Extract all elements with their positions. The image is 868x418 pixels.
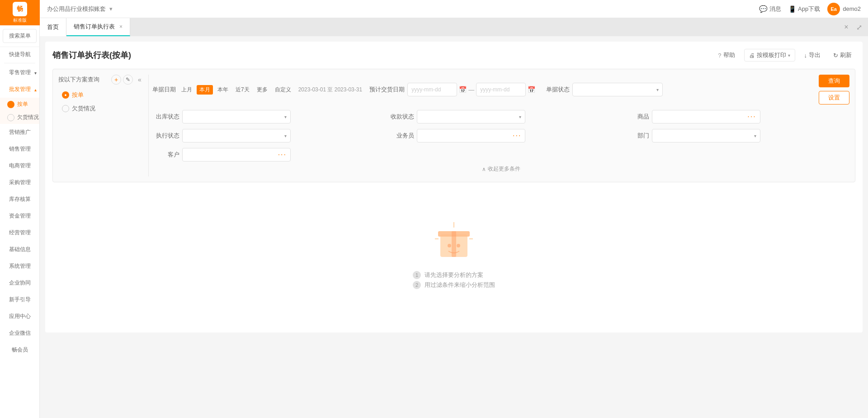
collapse-more-button[interactable]: ∧ 收起更多条件 bbox=[482, 165, 520, 173]
sidebar-item-system[interactable]: 系统管理 bbox=[0, 258, 39, 275]
exec-status-select[interactable]: ▾ bbox=[182, 129, 291, 142]
salesperson-more-icon[interactable]: ··· bbox=[513, 132, 521, 140]
collection-status-select[interactable]: ▾ bbox=[417, 110, 525, 124]
order-dot-icon bbox=[7, 101, 14, 108]
sidebar-item-inventory[interactable]: 库存核算 bbox=[0, 191, 39, 208]
print-icon: 🖨 bbox=[749, 52, 755, 59]
sidebar-item-operations[interactable]: 经营管理 bbox=[0, 224, 39, 241]
avatar: Ea bbox=[827, 3, 840, 15]
sidebar-item-wechat[interactable]: 企业微信 bbox=[0, 325, 39, 342]
filter-form: 单据日期 上月 本月 本年 近7天 更多 自定义 2023-03-01 至 20… bbox=[152, 75, 849, 162]
date-shortcuts: 上月 本月 本年 近7天 更多 自定义 bbox=[179, 85, 294, 95]
sidebar-item-member-label: 畅会员 bbox=[12, 346, 28, 354]
this-year-btn[interactable]: 本年 bbox=[215, 85, 231, 95]
export-icon: ↓ bbox=[804, 52, 807, 59]
last-month-btn[interactable]: 上月 bbox=[179, 85, 195, 95]
tab-close-icon[interactable]: × bbox=[119, 24, 123, 30]
sidebar-item-ecommerce[interactable]: 电商管理 bbox=[0, 157, 39, 174]
scheme-item-payment[interactable]: 欠货情况 bbox=[58, 102, 145, 115]
print-button[interactable]: 🖨 按模板打印 ▾ bbox=[744, 49, 795, 62]
sidebar-divider-1 bbox=[4, 63, 36, 63]
page-title-actions: ? 帮助 🖨 按模板打印 ▾ ↓ 导出 ↻ 刷新 bbox=[714, 49, 855, 62]
more-btn[interactable]: 更多 bbox=[254, 85, 270, 95]
main-content: 办公用品行业模拟账套 ▾ 💬 消息 📱 App下载 Ea demo2 首页 bbox=[40, 0, 868, 418]
sidebar-item-enterprise[interactable]: 企业协同 bbox=[0, 275, 39, 291]
filter-field-order-status: 单据状态 ▾ bbox=[542, 83, 811, 96]
filter-field-date: 单据日期 上月 本月 本年 近7天 更多 自定义 2023-03-01 至 20… bbox=[152, 85, 362, 95]
help-icon: ? bbox=[718, 52, 721, 59]
sidebar-item-marketing-label: 营销推广 bbox=[9, 128, 31, 136]
tab-bar: 首页 销售订单执行表 × × ⤢ bbox=[40, 18, 868, 36]
avatar-text: Ea bbox=[831, 6, 837, 12]
scheme-collapse-icon: « bbox=[138, 76, 142, 83]
scheme-collapse-button[interactable]: « bbox=[135, 75, 145, 85]
sidebar-item-retail[interactable]: 零售管理 ▾ bbox=[0, 64, 39, 81]
sidebar-item-quick-nav[interactable]: 快捷导航 bbox=[0, 47, 39, 62]
goods-more-icon[interactable]: ··· bbox=[747, 113, 756, 121]
scheme-item-payment-label: 欠货情况 bbox=[72, 104, 95, 113]
collapse-more-label: 收起更多条件 bbox=[488, 165, 520, 173]
scheme-edit-button[interactable]: ✎ bbox=[123, 75, 133, 85]
page-area: 销售订单执行表(按单) ? 帮助 🖨 按模板打印 ▾ ↓ 导出 bbox=[40, 36, 868, 418]
tab-minimize-button[interactable]: × bbox=[841, 22, 852, 33]
logo-text: 标准版 bbox=[13, 17, 27, 24]
sidebar-sub-payment[interactable]: 欠货情况 bbox=[0, 111, 39, 124]
sidebar-item-appstore[interactable]: 应用中心 bbox=[0, 308, 39, 325]
sidebar-item-purchase[interactable]: 采购管理 bbox=[0, 174, 39, 191]
svg-point-4 bbox=[457, 244, 460, 247]
order-status-select[interactable]: ▾ bbox=[572, 83, 663, 96]
expected-date-cal2-icon[interactable]: 📅 bbox=[528, 86, 535, 93]
hint-2-num: 2 bbox=[413, 281, 421, 289]
customer-select[interactable]: ··· bbox=[182, 148, 291, 162]
sidebar-item-newuser[interactable]: 新手引导 bbox=[0, 291, 39, 308]
scheme-dot-icon: ● bbox=[64, 93, 66, 97]
scheme-add-button[interactable]: + bbox=[111, 75, 121, 85]
collapse-row: ∧ 收起更多条件 bbox=[152, 162, 849, 176]
custom-btn[interactable]: 自定义 bbox=[272, 85, 294, 95]
scheme-header-label: 按以下方案查询 bbox=[58, 76, 99, 84]
breadcrumb-arrow-icon: ▾ bbox=[109, 5, 113, 12]
warehouse-status-label: 出库状态 bbox=[152, 113, 179, 121]
sidebar-item-finance[interactable]: 资金管理 bbox=[0, 208, 39, 224]
help-button[interactable]: ? 帮助 bbox=[714, 49, 738, 61]
sidebar-item-sales[interactable]: 销售管理 bbox=[0, 141, 39, 157]
sidebar-item-member[interactable]: 畅会员 bbox=[0, 342, 39, 358]
filter-field-dept: 部门 ▾ bbox=[622, 129, 849, 142]
dept-select[interactable]: ▾ bbox=[652, 129, 760, 142]
search-button[interactable]: 查询 bbox=[819, 75, 849, 87]
tab-sales-order[interactable]: 销售订单执行表 × bbox=[66, 18, 130, 36]
export-button[interactable]: ↓ 导出 bbox=[801, 49, 825, 61]
settings-button[interactable]: 设置 bbox=[819, 91, 849, 104]
customer-more-icon[interactable]: ··· bbox=[278, 151, 287, 159]
refresh-button[interactable]: ↻ 刷新 bbox=[830, 49, 855, 61]
empty-icon bbox=[431, 218, 476, 264]
this-month-btn[interactable]: 本月 bbox=[197, 85, 213, 95]
user-button[interactable]: Ea demo2 bbox=[827, 3, 861, 15]
sidebar-item-basic[interactable]: 基础信息 bbox=[0, 241, 39, 258]
warehouse-status-select[interactable]: ▾ bbox=[182, 110, 291, 124]
export-label: 导出 bbox=[809, 51, 821, 59]
expected-date-cal1-icon[interactable]: 📅 bbox=[459, 86, 467, 93]
expected-date-end-input[interactable]: yyyy-mm-dd bbox=[476, 83, 526, 96]
sidebar-item-marketing[interactable]: 营销推广 bbox=[0, 124, 39, 141]
sidebar-sub-order[interactable]: 按单 bbox=[0, 98, 39, 111]
collapse-up-icon: ∧ bbox=[482, 166, 486, 172]
expected-date-start-input[interactable]: yyyy-mm-dd bbox=[407, 83, 457, 96]
expected-date-end-placeholder: yyyy-mm-dd bbox=[480, 86, 509, 93]
sidebar-item-wholesale[interactable]: 批发管理 ▴ bbox=[0, 81, 39, 98]
filter-layout: 按以下方案查询 + ✎ « bbox=[52, 69, 855, 182]
search-menu-button[interactable]: 搜索菜单 bbox=[3, 29, 37, 43]
last7-btn[interactable]: 近7天 bbox=[233, 85, 252, 95]
app-download-button[interactable]: 📱 App下载 bbox=[788, 5, 820, 13]
scheme-item-order[interactable]: ● 按单 bbox=[58, 88, 145, 102]
tab-maximize-button[interactable]: ⤢ bbox=[854, 22, 864, 33]
logo-char: 畅 bbox=[17, 5, 23, 13]
warehouse-status-arrow-icon: ▾ bbox=[284, 114, 287, 119]
salesperson-select[interactable]: ··· bbox=[417, 129, 525, 142]
message-icon: 💬 bbox=[759, 5, 768, 13]
page-inner: 销售订单执行表(按单) ? 帮助 🖨 按模板打印 ▾ ↓ 导出 bbox=[45, 42, 863, 332]
message-button[interactable]: 💬 消息 bbox=[759, 5, 781, 13]
sidebar-item-purchase-label: 采购管理 bbox=[9, 179, 31, 186]
goods-select[interactable]: ··· bbox=[652, 110, 760, 124]
tab-home[interactable]: 首页 bbox=[40, 18, 66, 36]
